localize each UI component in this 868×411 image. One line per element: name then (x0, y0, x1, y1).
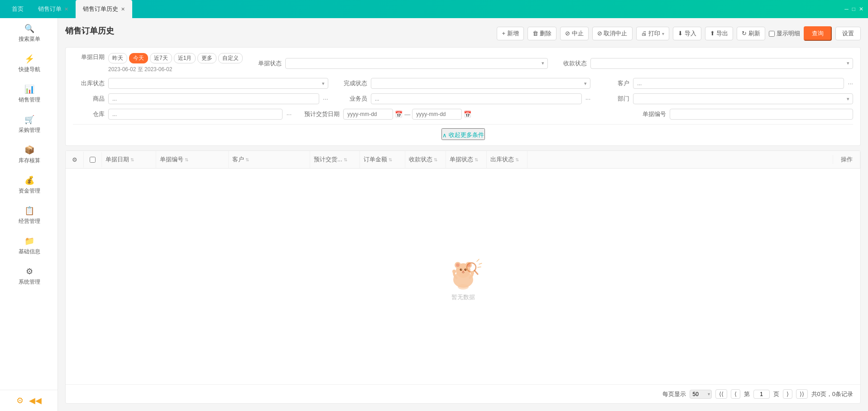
display-toggle[interactable]: 显示明细 (769, 29, 800, 38)
sidebar-item-inventory[interactable]: 📦 库存核算 (0, 140, 58, 170)
warehouse-input[interactable] (108, 109, 283, 120)
doc-num-input[interactable] (670, 109, 853, 120)
date-btn-1month[interactable]: 近1月 (174, 53, 196, 63)
date-btn-yesterday[interactable]: 昨天 (108, 53, 127, 63)
prev-page-btn[interactable]: ⟨ (731, 389, 740, 399)
sidebar-purchase-label: 采购管理 (19, 126, 40, 134)
delivery-date-to[interactable] (412, 109, 462, 120)
dept-select[interactable] (633, 93, 853, 104)
salesperson-dots-btn[interactable]: ··· (585, 95, 591, 102)
customer-dots-btn[interactable]: ··· (848, 80, 853, 87)
dept-label: 部门 (598, 95, 629, 103)
refresh-button[interactable]: ↻ 刷新 (737, 27, 765, 40)
receipt-status-label: 收款状态 (555, 59, 587, 68)
doc-status-label: 单据状态 (250, 59, 282, 68)
next-page-icon: ⟩ (786, 391, 789, 397)
th-date[interactable]: 单据日期 ⇅ (102, 151, 156, 168)
th-checkbox[interactable] (84, 152, 102, 167)
window-close[interactable]: ✕ (859, 6, 863, 12)
tab-home[interactable]: 首页 (5, 0, 31, 18)
salesperson-input[interactable] (371, 93, 582, 104)
display-toggle-checkbox[interactable] (769, 31, 775, 37)
th-receipt-status[interactable]: 收款状态 ⇅ (405, 151, 446, 168)
next-page-btn[interactable]: ⟩ (783, 389, 792, 399)
date-label: 单据日期 (73, 53, 105, 61)
product-input[interactable] (108, 93, 319, 104)
th-doc-status[interactable]: 单据状态 ⇅ (446, 151, 487, 168)
th-client[interactable]: 客户 ⇅ (229, 151, 310, 168)
sidebar-settings-icon[interactable]: ⚙ (16, 396, 24, 406)
tab-sales-order-close[interactable]: ✕ (64, 6, 68, 12)
collapse-button[interactable]: ∧ 收起更多条件 (441, 128, 485, 140)
window-minimize[interactable]: ─ (844, 6, 849, 12)
main-layout: 🔍 搜索菜单 ⚡ 快捷导航 📊 销售管理 🛒 采购管理 📦 库存核算 💰 资金管… (0, 18, 868, 411)
stop-button[interactable]: ⊘ 中止 (560, 27, 589, 40)
th-num[interactable]: 单据编号 ⇅ (156, 151, 229, 168)
out-status-select[interactable] (108, 78, 328, 89)
sidebar-item-finance[interactable]: 💰 资金管理 (0, 170, 58, 200)
date-btn-custom[interactable]: 自定义 (218, 53, 243, 63)
sidebar-item-operations[interactable]: 📋 经营管理 (0, 200, 58, 231)
complete-status-select[interactable] (371, 78, 591, 89)
customer-input[interactable] (633, 78, 844, 89)
page-size-select[interactable]: 10 20 50 100 (690, 390, 712, 399)
prev-page-icon: ⟨ (734, 391, 737, 397)
date-btn-more[interactable]: 更多 (197, 53, 216, 63)
delivery-date-from-cal[interactable]: 📅 (395, 111, 403, 118)
page-size-select-wrapper: 10 20 50 100 (690, 390, 712, 399)
sidebar-item-purchase[interactable]: 🛒 采购管理 (0, 109, 58, 140)
select-all-checkbox[interactable] (90, 157, 96, 163)
th-date-label: 单据日期 (106, 155, 129, 164)
th-amount[interactable]: 订单金额 ⇅ (360, 151, 405, 168)
last-page-btn[interactable]: ⟩⟩ (796, 389, 808, 399)
export-button[interactable]: ⬆ 导出 (705, 27, 734, 40)
tab-sales-order-history[interactable]: 销售订单历史 ✕ (76, 0, 132, 18)
operations-icon: 📋 (24, 206, 34, 216)
svg-line-16 (477, 259, 479, 261)
th-settings[interactable]: ⚙ (66, 152, 84, 168)
date-btn-today[interactable]: 今天 (129, 53, 148, 63)
date-btn-7days[interactable]: 近7天 (150, 53, 172, 63)
doc-status-sort-icon: ⇅ (475, 157, 478, 162)
sidebar-item-sales[interactable]: 📊 销售管理 (0, 79, 58, 109)
first-page-icon: ⟨⟨ (719, 391, 724, 397)
new-button[interactable]: + 新增 (497, 27, 523, 40)
receipt-status-select-wrapper (590, 58, 853, 69)
total-text: 共0页，0条记录 (811, 390, 853, 398)
settings-button[interactable]: 设置 (835, 27, 861, 40)
delivery-date-group: 📅 — 📅 (343, 109, 471, 120)
sidebar-item-base-info[interactable]: 📁 基础信息 (0, 231, 58, 261)
cancel-stop-label: ⊘ 取消中止 (597, 29, 628, 38)
new-button-label: + 新增 (502, 29, 518, 38)
query-button[interactable]: 查询 (804, 26, 832, 41)
delete-button[interactable]: 🗑 删除 (528, 27, 557, 40)
window-maximize[interactable]: □ (852, 6, 855, 12)
system-icon: ⚙ (26, 266, 33, 276)
page-number-input[interactable] (753, 390, 770, 399)
sidebar-item-system[interactable]: ⚙ 系统管理 (0, 261, 58, 291)
sidebar-item-quick-nav[interactable]: ⚡ 快捷导航 (0, 48, 58, 79)
th-client-label: 客户 (232, 155, 244, 164)
page-label: 第 (744, 390, 750, 398)
th-out-status[interactable]: 出库状态 ⇅ (487, 151, 528, 168)
sidebar-audio-icon[interactable]: ◀◀ (29, 396, 42, 406)
first-page-btn[interactable]: ⟨⟨ (715, 389, 727, 399)
sidebar-search-label: 搜索菜单 (19, 35, 40, 43)
delivery-date-from[interactable] (343, 109, 393, 120)
svg-line-18 (478, 267, 481, 267)
th-delivery-label: 预计交货... (314, 155, 342, 164)
doc-status-select[interactable] (285, 58, 548, 69)
tab-sales-order-history-close[interactable]: ✕ (121, 6, 125, 12)
delivery-date-to-cal[interactable]: 📅 (464, 111, 471, 118)
receipt-status-select[interactable] (590, 58, 853, 69)
sidebar-item-search[interactable]: 🔍 搜索菜单 (0, 18, 58, 48)
out-status-label: 出库状态 (73, 79, 105, 87)
print-button[interactable]: 🖨 打印 ▾ (636, 27, 670, 40)
product-dots-btn[interactable]: ··· (323, 95, 328, 102)
warehouse-dots-btn[interactable]: ··· (286, 111, 292, 118)
th-delivery[interactable]: 预计交货... ⇅ (310, 151, 360, 168)
th-num-label: 单据编号 (160, 155, 183, 164)
tab-sales-order[interactable]: 销售订单 ✕ (31, 0, 76, 18)
import-button[interactable]: ⬇ 导入 (673, 27, 701, 40)
cancel-stop-button[interactable]: ⊘ 取消中止 (592, 27, 633, 40)
